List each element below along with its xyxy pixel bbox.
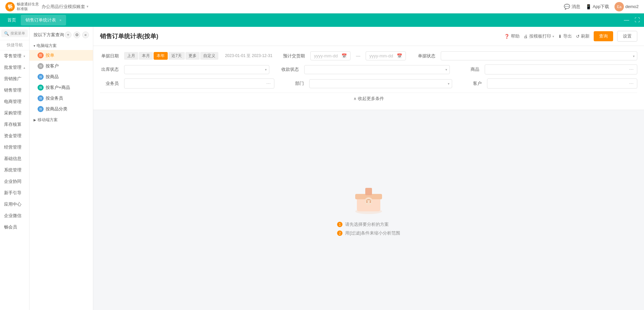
date-separator: — <box>356 53 360 58</box>
message-icon: 💬 <box>564 4 570 10</box>
salesman-input[interactable]: ··· <box>124 79 274 89</box>
sidebar-item-wechat[interactable]: 企业微信 <box>0 210 29 221</box>
refresh-button[interactable]: ↺ 刷新 <box>576 33 590 39</box>
sidebar-item-app-center[interactable]: 应用中心 <box>0 199 29 210</box>
sidebar-item-sales[interactable]: 销售管理 <box>0 85 29 96</box>
custom-btn[interactable]: 自定义 <box>200 52 218 60</box>
sidebar: 🔍 搜索菜单 快捷导航 零售管理 批发管理 营销推广 销售管理 电商管理 采购管… <box>0 27 30 310</box>
expected-date-end[interactable]: yyyy-mm-dd 📅 <box>366 51 406 60</box>
sidebar-item-retail[interactable]: 零售管理 <box>0 50 29 62</box>
date-buttons: 上月 本月 本年 近7天 更多 自定义 <box>124 52 218 60</box>
goods-input[interactable]: ··· <box>485 64 637 74</box>
payment-select[interactable] <box>304 65 449 74</box>
tab-active[interactable]: 销售订单统计表 × <box>21 15 66 25</box>
collapse-label: 收起更多条件 <box>358 96 384 102</box>
scheme-item-by-category[interactable]: 按 按商品分类 <box>30 104 93 114</box>
left-panel-actions: + ⚙ « <box>65 32 89 38</box>
delivery-label: 出库状态 <box>100 66 119 72</box>
customer-input[interactable]: ··· <box>487 79 637 89</box>
tab-minimize-button[interactable]: — <box>623 16 631 24</box>
salesman-dots[interactable]: ··· <box>266 81 271 87</box>
sidebar-item-marketing[interactable]: 营销推广 <box>0 73 29 85</box>
logo-text: 畅捷通好生意 标准版 <box>17 2 39 11</box>
search-menu-button[interactable]: 🔍 搜索菜单 <box>1 30 28 37</box>
left-panel-title: 按以下方案查询 <box>34 32 64 38</box>
tab-close-button[interactable]: × <box>59 18 61 22</box>
sidebar-item-onboarding[interactable]: 新手引导 <box>0 187 29 199</box>
left-panel-header: 按以下方案查询 + ⚙ « <box>30 30 93 40</box>
app-download-button[interactable]: 📱 App下载 <box>586 4 609 10</box>
print-button[interactable]: 🖨 按模板打印 ▾ <box>524 33 554 39</box>
sidebar-item-basic-info[interactable]: 基础信息 <box>0 153 29 164</box>
scheme-item-by-order[interactable]: 按 按单 <box>30 50 93 61</box>
settings-button[interactable]: 设置 <box>617 31 637 42</box>
svg-point-5 <box>366 201 368 203</box>
app-icon: 📱 <box>586 4 591 9</box>
sidebar-item-member[interactable]: 畅会员 <box>0 221 29 233</box>
help-button[interactable]: ❓ 帮助 <box>504 33 520 39</box>
user-menu[interactable]: Ea demo2 <box>614 2 639 11</box>
sidebar-item-inventory[interactable]: 库存核算 <box>0 119 29 130</box>
logo-icon: 畅 <box>5 2 15 11</box>
hint-num-2: 2 <box>337 230 342 236</box>
scheme-icon-goods: 按 <box>38 74 44 80</box>
scheme-group-mobile: ▶ 移动端方案 <box>30 116 93 124</box>
sidebar-item-management[interactable]: 经营管理 <box>0 142 29 153</box>
goods-dots[interactable]: ··· <box>629 66 634 72</box>
scheme-item-by-salesman[interactable]: 按 按业务员 <box>30 93 93 104</box>
calendar-icon-start: 📅 <box>341 53 347 58</box>
scheme-item-by-customer-goods[interactable]: 按 按客户+商品 <box>30 82 93 93</box>
svg-rect-3 <box>365 188 372 195</box>
sidebar-item-quick-nav[interactable]: 快捷导航 <box>0 40 29 50</box>
payment-select-wrap: ▾ <box>304 65 449 74</box>
content-area: 按以下方案查询 + ⚙ « ▾ 电脑端方案 按 按单 按 按客户 <box>30 27 644 310</box>
avatar: Ea <box>614 2 624 11</box>
collapse-panel-button[interactable]: « <box>82 32 89 38</box>
scheme-group-desktop-header[interactable]: ▾ 电脑端方案 <box>30 42 93 50</box>
scheme-icon-order: 按 <box>38 52 44 58</box>
tab-bar: 首页 销售订单统计表 × — ⛶ <box>0 13 644 27</box>
dept-select[interactable] <box>309 79 452 88</box>
customer-dots[interactable]: ··· <box>629 81 634 87</box>
tab-home[interactable]: 首页 <box>3 15 21 25</box>
left-panel: 按以下方案查询 + ⚙ « ▾ 电脑端方案 按 按单 按 按客户 <box>30 27 93 310</box>
collapse-bar[interactable]: ∧ 收起更多条件 <box>100 93 637 104</box>
sidebar-item-purchase[interactable]: 采购管理 <box>0 107 29 119</box>
sidebar-item-finance[interactable]: 资金管理 <box>0 130 29 142</box>
sidebar-item-system[interactable]: 系统管理 <box>0 164 29 176</box>
scheme-icon-salesman: 按 <box>38 95 44 101</box>
this-year-btn[interactable]: 本年 <box>154 52 168 60</box>
help-icon: ❓ <box>504 34 509 39</box>
sidebar-item-ecommerce[interactable]: 电商管理 <box>0 96 29 107</box>
filter-row-1: 单据日期 上月 本月 本年 近7天 更多 自定义 2023-01-01 至 20… <box>100 51 637 60</box>
breadcrumb[interactable]: 办公用品行业模拟账套 ▾ <box>42 4 89 10</box>
tab-maximize-button[interactable]: ⛶ <box>633 16 641 24</box>
calendar-icon-end: 📅 <box>397 53 402 58</box>
message-button[interactable]: 💬 消息 <box>564 4 580 10</box>
print-dropdown-icon[interactable]: ▾ <box>552 35 554 38</box>
scheme-item-by-goods[interactable]: 按 按商品 <box>30 71 93 82</box>
this-month-btn[interactable]: 本月 <box>139 52 153 60</box>
more-btn[interactable]: 更多 <box>185 52 200 60</box>
scheme-item-by-customer[interactable]: 按 按客户 <box>30 61 93 71</box>
filter-row-3: 业务员 ··· 部门 ▾ 客户 ··· <box>100 79 637 89</box>
filter-area: 单据日期 上月 本月 本年 近7天 更多 自定义 2023-01-01 至 20… <box>93 46 644 110</box>
last-7-days-btn[interactable]: 近7天 <box>168 52 185 60</box>
scheme-group-mobile-header[interactable]: ▶ 移动端方案 <box>30 116 93 124</box>
export-button[interactable]: ⬇ 导出 <box>558 33 572 39</box>
page-title: 销售订单统计表(按单) <box>100 32 158 44</box>
delivery-select[interactable] <box>124 65 269 74</box>
scheme-settings-button[interactable]: ⚙ <box>73 32 80 38</box>
dept-select-wrap: ▾ <box>309 79 452 88</box>
expected-date-start[interactable]: yyyy-mm-dd 📅 <box>310 51 351 60</box>
status-select[interactable] <box>441 51 637 60</box>
sidebar-item-collaboration[interactable]: 企业协同 <box>0 176 29 187</box>
sidebar-item-wholesale[interactable]: 批发管理 <box>0 62 29 73</box>
query-button[interactable]: 查询 <box>594 31 613 41</box>
breadcrumb-dropdown-icon[interactable]: ▾ <box>87 4 89 9</box>
export-icon: ⬇ <box>558 34 562 39</box>
sidebar-top: 🔍 搜索菜单 <box>0 27 29 40</box>
prev-month-btn[interactable]: 上月 <box>124 52 138 60</box>
add-scheme-button[interactable]: + <box>65 32 71 38</box>
logo-initial: 畅 <box>8 4 12 10</box>
